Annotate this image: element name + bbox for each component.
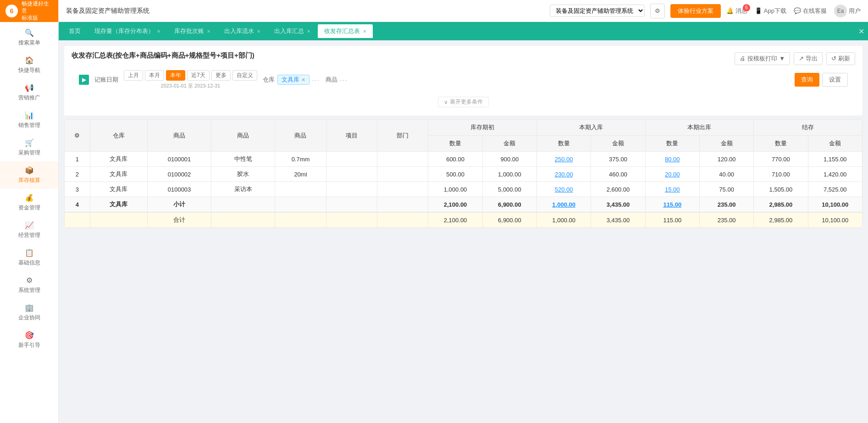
settings-column-header[interactable]: ⚙: [65, 120, 90, 152]
export-button[interactable]: ↗ 导出: [794, 52, 823, 65]
row1-opening-amt: 900.00: [482, 152, 536, 167]
system-name: 装备及固定资产辅助管理系统: [66, 7, 544, 15]
inventory-icon: 📦: [25, 166, 34, 175]
row2-warehouse: 文具库: [90, 167, 147, 182]
sidebar-item-system[interactable]: ⚙ 系统管理: [0, 271, 58, 299]
date-btn-this-month[interactable]: 本月: [145, 70, 164, 81]
row2-opening-amt: 1,000.00: [482, 167, 536, 182]
row1-out-qty[interactable]: 80.00: [645, 152, 699, 167]
date-btn-custom[interactable]: 自定义: [232, 70, 257, 81]
subtotal-opening-qty: 2,100.00: [428, 197, 482, 213]
trial-button[interactable]: 体验行业方案: [670, 4, 721, 18]
sidebar-item-sales[interactable]: 📊 销售管理: [0, 106, 58, 134]
user-item[interactable]: Ea 用户: [834, 5, 861, 17]
sidebar-item-finance[interactable]: 💰 资金管理: [0, 189, 58, 216]
subtotal-out-qty[interactable]: 115.00: [645, 197, 699, 213]
sidebar-item-search[interactable]: 🔍 搜索菜单: [0, 24, 58, 51]
settings-button[interactable]: ⚙: [650, 4, 665, 18]
warehouse-tag-close[interactable]: ✕: [301, 77, 305, 83]
warehouse-filter-dots[interactable]: ···: [312, 77, 320, 83]
goods-filter-dots[interactable]: ···: [340, 77, 348, 83]
sidebar-item-label: 搜索菜单: [18, 39, 40, 47]
subtotal-project: [326, 197, 377, 213]
row1-in-qty[interactable]: 250.00: [537, 152, 591, 167]
row2-project: [326, 167, 377, 182]
gear-icon: ⚙: [655, 7, 660, 14]
chevron-down-icon: ▼: [779, 55, 785, 62]
total-opening-qty: 2,100.00: [428, 212, 482, 228]
row2-goods: 胶水: [211, 167, 275, 182]
table-container: ⚙ 仓库 商品 商品 商品 项目 部门 库存期初 本期入库 本期出库 结存: [64, 119, 862, 228]
print-button[interactable]: 🖨 按模板打印 ▼: [735, 52, 790, 65]
app-download-item[interactable]: 📱 App下载: [755, 7, 786, 15]
date-btn-more[interactable]: 更多: [211, 70, 231, 81]
expand-more-button[interactable]: ∨ 展开更多条件: [438, 97, 489, 107]
sidebar-item-marketing[interactable]: 📢 营销推广: [0, 79, 58, 106]
row1-opening-qty: 600.00: [428, 152, 482, 167]
tab-home[interactable]: 首页: [62, 24, 87, 38]
total-bal-amt: 10,100.00: [808, 212, 862, 228]
total-empty2: [90, 212, 147, 228]
subtotal-label: 小计: [147, 197, 211, 213]
tab-close-inout-flow[interactable]: ✕: [257, 29, 260, 34]
page-header: 收发存汇总表(按仓库+商品编码+商品+规格型号+项目+部门) 🖨 按模板打印 ▼…: [64, 46, 862, 115]
total-label: 合计: [147, 212, 211, 228]
tab-close-receive-summary[interactable]: ✕: [363, 29, 366, 34]
row1-num: 1: [65, 152, 90, 167]
notification-item[interactable]: 🔔 消息 6: [726, 7, 747, 15]
sidebar-item-basic-info[interactable]: 📋 基础信息: [0, 244, 58, 271]
tab-inventory-dist[interactable]: 现存量（库存分布表） ✕: [88, 24, 167, 38]
subtotal-goods: [211, 197, 275, 213]
sidebar-item-enterprise[interactable]: 🏢 企业协同: [0, 299, 58, 326]
subtotal-num: 4: [65, 197, 90, 213]
system-select[interactable]: 装备及固定资产辅助管理系统: [550, 5, 645, 17]
spec-col-header: 商品: [275, 120, 326, 152]
main-area: 装备及固定资产辅助管理系统 装备及固定资产辅助管理系统 ⚙ 体验行业方案 🔔 消…: [59, 0, 868, 423]
marketing-icon: 📢: [25, 83, 34, 92]
content-area: 收发存汇总表(按仓库+商品编码+商品+规格型号+项目+部门) 🖨 按模板打印 ▼…: [59, 40, 868, 423]
date-buttons: 上月 本月 本年 近7天 更多 自定义: [124, 70, 257, 81]
date-btn-7days[interactable]: 近7天: [187, 70, 210, 81]
opening-col-header: 库存期初: [428, 120, 537, 136]
row1-spec: 0.7mm: [275, 152, 326, 167]
sidebar-item-operation[interactable]: 📈 经营管理: [0, 216, 58, 244]
row3-in-qty[interactable]: 520.00: [537, 182, 591, 197]
service-icon: 💬: [794, 7, 801, 14]
row2-in-amt: 460.00: [591, 167, 645, 182]
tab-close-inventory-dist[interactable]: ✕: [157, 29, 160, 34]
tab-close-batch[interactable]: ✕: [207, 29, 210, 34]
row2-out-amt: 40.00: [699, 167, 753, 182]
tab-receive-summary[interactable]: 收发存汇总表 ✕: [318, 24, 373, 38]
out-qty-header: 数量: [645, 136, 699, 152]
tab-batch[interactable]: 库存批次账 ✕: [168, 24, 217, 38]
date-btn-last-month[interactable]: 上月: [124, 70, 143, 81]
filter-expand-arrow[interactable]: ▶: [79, 75, 89, 85]
row3-dept: [377, 182, 428, 197]
row3-out-qty[interactable]: 15.00: [645, 182, 699, 197]
operation-icon: 📈: [25, 221, 34, 230]
sidebar-item-purchase[interactable]: 🛒 采购管理: [0, 134, 58, 161]
sidebar-item-inventory[interactable]: 📦 库存核算: [0, 161, 58, 189]
total-bal-qty: 2,985.00: [754, 212, 808, 228]
row1-code: 0100001: [147, 152, 211, 167]
tab-close-inout-summary[interactable]: ✕: [307, 29, 310, 34]
tab-inout-summary[interactable]: 出入库汇总 ✕: [268, 24, 317, 38]
subtotal-in-qty[interactable]: 1,000.00: [537, 197, 591, 213]
sidebar-item-guide[interactable]: 🎯 新手引导: [0, 326, 58, 354]
sales-icon: 📊: [25, 111, 34, 120]
sidebar-item-quick-nav[interactable]: 🏠 快捷导航: [0, 51, 58, 79]
row2-code: 0100002: [147, 167, 211, 182]
table-row: 1 文具库 0100001 中性笔 0.7mm 600.00 900.00 25…: [65, 152, 862, 167]
online-service-item[interactable]: 💬 在线客服: [794, 7, 827, 15]
refresh-button[interactable]: ↺ 刷新: [826, 52, 855, 65]
tab-inout-flow[interactable]: 出入库流水 ✕: [218, 24, 267, 38]
tab-bar-close[interactable]: ✕: [858, 27, 864, 36]
filter-setting-button[interactable]: 设置: [822, 73, 848, 87]
avatar: Ea: [834, 5, 847, 17]
row2-in-qty[interactable]: 230.00: [537, 167, 591, 182]
row2-out-qty[interactable]: 20.00: [645, 167, 699, 182]
date-btn-this-year[interactable]: 本年: [166, 70, 185, 81]
date-label: 记账日期: [94, 76, 118, 84]
query-button[interactable]: 查询: [795, 73, 819, 87]
home-icon: 🏠: [25, 56, 34, 65]
